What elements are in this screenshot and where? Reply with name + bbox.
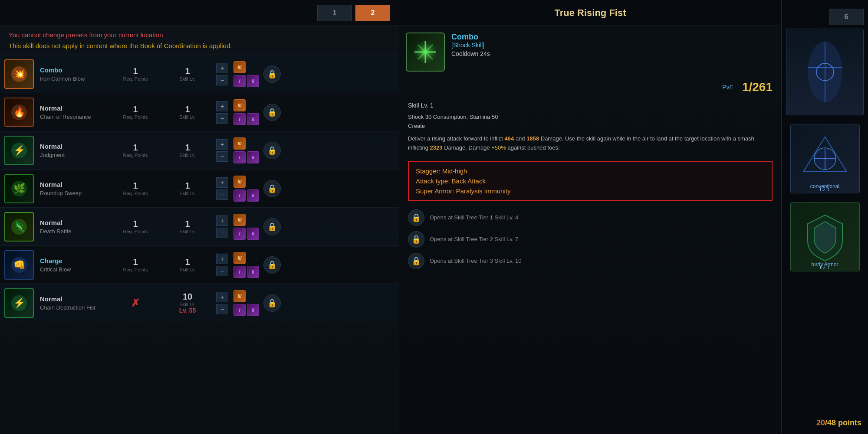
skill-level-label: Skill Lv.: [179, 267, 195, 272]
lock-icon: 🔒: [263, 104, 281, 121]
skill-type-label: Charge: [40, 257, 109, 264]
skill-score: 1/261: [742, 80, 773, 94]
minus-button[interactable]: −: [216, 151, 228, 162]
minus-button[interactable]: −: [216, 266, 228, 276]
desc-4: Damage. Damage: [444, 144, 490, 151]
gem-tier-ii[interactable]: II: [247, 266, 259, 278]
skill-level-value: 10: [183, 292, 192, 302]
skill-title: True Rising Fist: [408, 7, 773, 19]
skill-row[interactable]: 🦎 Normal Death Rattle 1 Req. Points 1 Sk…: [0, 208, 399, 246]
gem-tier-top[interactable]: III: [233, 61, 246, 73]
svg-text:🔥: 🔥: [13, 106, 26, 118]
req-points-label: Req. Points: [123, 191, 148, 196]
svg-text:💥: 💥: [13, 68, 26, 80]
plus-button[interactable]: +: [216, 63, 228, 73]
plus-minus-buttons: + −: [216, 139, 228, 162]
skill-icon: 💥: [4, 59, 34, 89]
skill-level-value: 1: [185, 104, 190, 114]
skill-level-value: 1: [185, 143, 190, 153]
locked-x-mark: ✗: [131, 297, 140, 309]
req-points-value: 1: [133, 181, 138, 191]
gem-tier-i[interactable]: I: [233, 75, 246, 87]
minus-button[interactable]: −: [216, 75, 228, 85]
preset-2-button[interactable]: 2: [355, 5, 390, 21]
gem-tier-ii[interactable]: II: [247, 75, 259, 87]
preset-1-button[interactable]: 1: [317, 5, 352, 21]
gem-slots: III I II: [233, 214, 259, 240]
skill-name-label: Chain of Resonance: [40, 114, 109, 120]
lock-item: 🔒 Opens at Skill Tree Tier 2 Skill Lv. 7: [408, 231, 773, 248]
skill-row[interactable]: 💥 Combo Iron Cannon Blow 1 Req. Points 1…: [0, 55, 399, 93]
gem-tier-i[interactable]: I: [233, 228, 246, 240]
gem-tier-top[interactable]: III: [233, 176, 246, 188]
plus-button[interactable]: +: [216, 101, 228, 111]
skill-name-label: Chain Destruction Fist: [40, 304, 109, 311]
dmg3-value: 2323: [430, 144, 443, 151]
gem-tier-top[interactable]: III: [233, 99, 246, 111]
coordination-warning: This skill does not apply in content whe…: [9, 42, 390, 49]
lock-item-text: Opens at Skill Tree Tier 3 Skill Lv. 10: [430, 258, 521, 264]
gem-tier-i[interactable]: I: [233, 304, 246, 316]
req-points-area: 1 Req. Points: [114, 181, 157, 196]
req-points-label: Req. Points: [123, 114, 148, 120]
minus-button[interactable]: −: [216, 113, 228, 124]
skill-level-area: 1 Skill Lv.: [166, 66, 209, 82]
skill-level-area: 1 Skill Lv.: [166, 181, 209, 196]
skill-row[interactable]: 👊 Charge Critical Blow 1 Req. Points 1 S…: [0, 246, 399, 284]
gem-tier-ii[interactable]: II: [247, 228, 259, 240]
skill-row[interactable]: ⚡ Normal Judgment 1 Req. Points 1 Skill …: [0, 131, 399, 170]
gem-tier-top[interactable]: III: [233, 214, 246, 226]
skill-info: Normal Roundup Sweep: [40, 181, 109, 196]
gem-tier-top[interactable]: III: [233, 252, 246, 264]
gem-tier-ii[interactable]: II: [247, 151, 259, 163]
gem-slots: III I II: [233, 176, 259, 202]
skill-list: 💥 Combo Iron Cannon Blow 1 Req. Points 1…: [0, 55, 399, 407]
gem-tier-ii[interactable]: II: [247, 113, 259, 125]
attack-type-label: Attack type: Back Attack: [416, 177, 765, 185]
gem-tier-top[interactable]: III: [233, 137, 246, 150]
plus-button[interactable]: +: [216, 177, 228, 188]
plus-button[interactable]: +: [216, 139, 228, 150]
skill-row[interactable]: 🔥 Normal Chain of Resonance 1 Req. Point…: [0, 93, 399, 131]
gem-tier-i[interactable]: I: [233, 189, 246, 202]
gem-tier-ii[interactable]: II: [247, 189, 259, 202]
gem-slots: III I II: [233, 61, 259, 87]
req-points-value: 1: [133, 219, 138, 229]
lock-icon: 🔒: [408, 253, 424, 269]
preset-warning: You cannot change presets from your curr…: [9, 31, 390, 39]
minus-button[interactable]: −: [216, 189, 228, 200]
req-points-area: 1 Req. Points: [114, 219, 157, 234]
plus-button[interactable]: +: [216, 215, 228, 226]
skill-icon: ⚡: [4, 136, 34, 165]
lock-icon: 🔒: [263, 142, 281, 159]
skill-row[interactable]: 🌿 Normal Roundup Sweep 1 Req. Points 1 S…: [0, 170, 399, 208]
lock-icon: 🔒: [263, 65, 281, 83]
preset-6-button[interactable]: 6: [829, 9, 864, 25]
skill-icon: ⚡: [4, 288, 34, 318]
consumption-text: Shock 30 Consumption, Stamina 50: [408, 114, 498, 120]
gem-tier-i[interactable]: I: [233, 266, 246, 278]
skill-name-label: Death Rattle: [40, 228, 109, 235]
gem-tier-i[interactable]: I: [233, 151, 246, 163]
skill-level-value: 1: [185, 219, 190, 229]
desc-2: and: [516, 135, 525, 142]
req-points-value: 1: [133, 104, 138, 114]
req-points-label: Req. Points: [123, 229, 148, 234]
card1-level: Lv. 1: [791, 187, 859, 193]
skill-level-area: 1 Skill Lv.: [166, 104, 209, 120]
minus-button[interactable]: −: [216, 228, 228, 238]
gem-tier-top[interactable]: III: [233, 290, 246, 302]
minus-button[interactable]: −: [216, 304, 228, 314]
points-max: 48 points: [827, 418, 861, 427]
skill-info: Combo Iron Cannon Blow: [40, 66, 109, 82]
plus-button[interactable]: +: [216, 292, 228, 302]
skill-level-area: 1 Skill Lv.: [166, 257, 209, 272]
skill-row[interactable]: ⚡ Normal Chain Destruction Fist ✗ 10 Ski…: [0, 284, 399, 322]
gem-tier-i[interactable]: I: [233, 113, 246, 125]
req-points-area: ✗: [114, 297, 157, 309]
gem-tier-ii[interactable]: II: [247, 304, 259, 316]
req-points-label: Req. Points: [123, 76, 148, 82]
plus-button[interactable]: +: [216, 254, 228, 264]
skill-type-label: Normal: [40, 181, 109, 188]
req-points-area: 1 Req. Points: [114, 143, 157, 158]
